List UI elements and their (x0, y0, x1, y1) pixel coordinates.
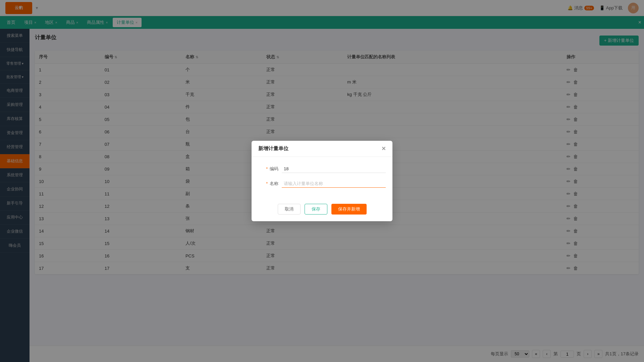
modal-overlay: 新增计量单位 ✕ * 编码 * 名称 取消 保存 保存并新增 (0, 0, 644, 362)
save-new-button[interactable]: 保存并新增 (331, 204, 367, 215)
cancel-button[interactable]: 取消 (278, 204, 301, 215)
modal-body: * 编码 * 名称 (252, 157, 392, 200)
code-label: * 编码 (258, 166, 278, 172)
modal-close-button[interactable]: ✕ (381, 145, 386, 152)
add-unit-modal: 新增计量单位 ✕ * 编码 * 名称 取消 保存 保存并新增 (252, 141, 392, 221)
modal-title: 新增计量单位 (258, 145, 288, 152)
save-button[interactable]: 保存 (305, 204, 327, 215)
code-row: * 编码 (258, 165, 386, 173)
name-input[interactable] (282, 180, 386, 188)
code-input[interactable] (282, 165, 386, 173)
modal-footer: 取消 保存 保存并新增 (252, 200, 392, 221)
name-label: * 名称 (258, 181, 278, 187)
modal-header: 新增计量单位 ✕ (252, 141, 392, 157)
name-row: * 名称 (258, 180, 386, 188)
